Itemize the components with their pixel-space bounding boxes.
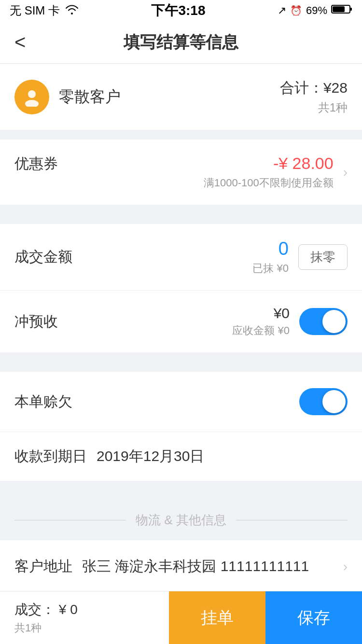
customer-row: 零散客户 合计：¥28 共1种 — [0, 64, 362, 130]
bottom-bar: 成交： ¥ 0 共1种 挂单 保存 — [0, 591, 362, 644]
bottom-info: 成交： ¥ 0 共1种 — [0, 601, 169, 635]
transaction-right: 0 已抹 ¥0 抹零 — [252, 238, 348, 276]
divider-1 — [0, 214, 362, 224]
discount-value-block: -¥ 28.00 满1000-100不限制使用金额 — [204, 154, 334, 190]
toggle-knob — [322, 310, 346, 333]
due-date-value: 2019年12月30日 — [97, 447, 204, 466]
debt-section: 本单赊欠 收款到期日 2019年12月30日 — [0, 372, 362, 481]
location-arrow-icon: ↗ — [278, 4, 286, 17]
customer-total-block: 合计：¥28 共1种 — [280, 78, 348, 115]
save-button[interactable]: 保存 — [265, 591, 362, 644]
battery-icon — [331, 4, 352, 17]
prereceive-label: 冲预收 — [14, 312, 72, 332]
discount-section: 优惠券 -¥ 28.00 满1000-100不限制使用金额 › — [0, 140, 362, 205]
transaction-section: 成交金额 0 已抹 ¥0 抹零 冲预收 ¥0 应收金额 ¥0 — [0, 224, 362, 352]
logistics-divider: 物流 & 其他信息 — [0, 500, 362, 540]
status-left: 无 SIM 卡 — [10, 3, 79, 18]
bottom-deal-label: 成交： ¥ 0 — [14, 601, 154, 619]
discount-desc: 满1000-100不限制使用金额 — [204, 176, 334, 190]
no-sim-text: 无 SIM 卡 — [10, 3, 60, 18]
transaction-value-block: 0 已抹 ¥0 — [252, 238, 289, 276]
address-section: 客户地址 张三 海淀永丰科技园 11111111111 › — [0, 540, 362, 593]
transaction-value: 0 — [252, 238, 289, 259]
transaction-label: 成交金额 — [14, 247, 72, 267]
discount-right: -¥ 28.00 满1000-100不限制使用金额 › — [204, 154, 348, 190]
address-value: 张三 海淀永丰科技园 11111111111 — [82, 557, 343, 576]
back-button[interactable]: < — [14, 31, 26, 53]
page-title: 填写结算等信息 — [124, 31, 238, 54]
debt-row: 本单赊欠 — [0, 372, 362, 432]
bottom-count-label: 共1种 — [14, 621, 154, 635]
svg-rect-2 — [333, 6, 345, 12]
debt-label: 本单赊欠 — [14, 392, 72, 412]
transaction-row: 成交金额 0 已抹 ¥0 抹零 — [0, 224, 362, 291]
prereceive-row: 冲预收 ¥0 应收金额 ¥0 — [0, 291, 362, 352]
wifi-icon — [65, 4, 79, 17]
alarm-icon: ⏰ — [290, 5, 302, 16]
hang-order-button[interactable]: 挂单 — [169, 591, 265, 644]
debt-toggle-knob — [322, 390, 346, 413]
due-date-row[interactable]: 收款到期日 2019年12月30日 — [0, 432, 362, 481]
prereceive-toggle[interactable] — [299, 308, 348, 335]
content: 零散客户 合计：¥28 共1种 优惠券 -¥ 28.00 满1000-100不限… — [0, 64, 362, 644]
discount-amount: -¥ 28.00 — [204, 154, 334, 173]
divider-2 — [0, 362, 362, 372]
address-row[interactable]: 客户地址 张三 海淀永丰科技园 11111111111 › — [0, 540, 362, 593]
chevron-right-icon: › — [343, 165, 348, 180]
nav-bar: < 填写结算等信息 — [0, 21, 362, 64]
prereceive-right: ¥0 应收金额 ¥0 — [232, 305, 348, 338]
debt-toggle[interactable] — [299, 388, 348, 415]
status-time: 下午3:18 — [151, 1, 205, 20]
customer-info: 零散客户 — [14, 80, 121, 114]
prereceive-main: ¥0 — [232, 305, 290, 322]
svg-point-3 — [28, 90, 36, 98]
prereceive-values: ¥0 应收金额 ¥0 — [232, 305, 290, 338]
address-chevron-icon: › — [343, 559, 348, 574]
address-label: 客户地址 — [14, 557, 72, 576]
customer-count: 共1种 — [280, 100, 348, 115]
logistics-text: 物流 & 其他信息 — [136, 512, 226, 529]
discount-label: 优惠券 — [14, 154, 72, 174]
prereceive-sub: 应收金额 ¥0 — [232, 323, 290, 338]
logistics-line-right — [236, 520, 348, 520]
svg-point-4 — [25, 100, 39, 107]
discount-row[interactable]: 优惠券 -¥ 28.00 满1000-100不限制使用金额 › — [0, 140, 362, 205]
due-date-label: 收款到期日 — [14, 447, 87, 466]
customer-total: 合计：¥28 — [280, 78, 348, 98]
divider-3 — [0, 490, 362, 500]
svg-rect-1 — [350, 8, 352, 11]
customer-avatar — [14, 80, 49, 114]
battery-percent: 69% — [306, 4, 327, 17]
round-zero-button[interactable]: 抹零 — [298, 244, 348, 270]
status-right: ↗ ⏰ 69% — [278, 4, 352, 17]
transaction-sub: 已抹 ¥0 — [252, 261, 289, 276]
logistics-line-left — [14, 520, 126, 520]
status-bar: 无 SIM 卡 下午3:18 ↗ ⏰ 69% — [0, 0, 362, 21]
customer-name: 零散客户 — [59, 86, 121, 108]
